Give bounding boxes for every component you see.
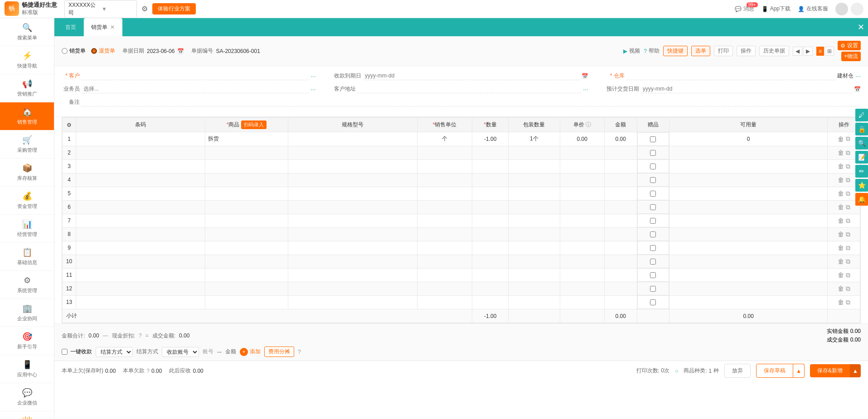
- save-draft-dropdown[interactable]: ▲: [793, 364, 805, 378]
- row-delete-icon[interactable]: 🗑: [838, 231, 844, 238]
- customer-more-icon[interactable]: ···: [310, 72, 316, 80]
- sidebar-item-member[interactable]: 👑 畅会员: [0, 411, 54, 419]
- row-copy-icon[interactable]: ⧉: [846, 217, 850, 225]
- row-gift[interactable]: [637, 159, 669, 173]
- row-gift[interactable]: [637, 282, 669, 295]
- row-copy-icon[interactable]: ⧉: [846, 149, 850, 157]
- row-copy-icon[interactable]: ⧉: [846, 299, 850, 306]
- right-panel-btn-3[interactable]: 🔍: [855, 137, 868, 149]
- video-action[interactable]: ▶ 视频: [623, 47, 640, 55]
- sidebar-item-enterprise[interactable]: 🏢 企业协同: [0, 299, 54, 327]
- due-date-calendar-icon[interactable]: 📅: [582, 73, 588, 79]
- return-order-radio[interactable]: 退货单: [91, 47, 115, 55]
- history-button[interactable]: 历史单据: [759, 46, 789, 56]
- remarks-input[interactable]: [82, 98, 861, 106]
- next-button[interactable]: ▶: [803, 47, 813, 56]
- one-click-pay-checkbox[interactable]: [62, 349, 68, 355]
- row-gift[interactable]: [637, 173, 669, 187]
- delivery-calendar-icon[interactable]: 📅: [854, 86, 861, 92]
- row-gift[interactable]: [637, 187, 669, 200]
- right-panel-btn-7[interactable]: 🔔: [855, 193, 868, 206]
- user-avatar[interactable]: [835, 3, 848, 15]
- sidebar-item-operations[interactable]: 📊 经营管理: [0, 215, 54, 243]
- fee-split-button[interactable]: 费用分摊: [264, 347, 294, 357]
- sidebar-item-appcenter[interactable]: 📱 应用中心: [0, 355, 54, 383]
- sidebar-item-marketing[interactable]: 📢 营销推广: [0, 74, 54, 102]
- th-gear[interactable]: ⚙: [63, 118, 76, 132]
- sidebar-item-guide[interactable]: 🎯 新手引导: [0, 327, 54, 355]
- row-spec[interactable]: [288, 200, 417, 214]
- row-barcode[interactable]: [76, 214, 205, 227]
- row-copy-icon[interactable]: ⧉: [846, 135, 850, 143]
- save-new-dropdown[interactable]: ▲: [850, 364, 861, 377]
- row-spec[interactable]: [288, 187, 417, 200]
- row-gift[interactable]: [637, 200, 669, 214]
- right-panel-btn-4[interactable]: 📝: [855, 151, 868, 164]
- row-barcode[interactable]: [76, 159, 205, 173]
- unit-price-info-icon[interactable]: ⓘ: [586, 121, 591, 128]
- row-barcode[interactable]: [76, 200, 205, 214]
- right-panel-btn-2[interactable]: 🔒: [855, 123, 868, 135]
- settings-side-button[interactable]: ⚙ 设置: [838, 41, 861, 50]
- app-download-action[interactable]: 📱 App下载: [761, 5, 790, 13]
- abandon-button[interactable]: 放弃: [724, 364, 751, 378]
- prev-button[interactable]: ◀: [793, 47, 802, 56]
- top-settings-icon[interactable]: ⚙: [141, 5, 148, 13]
- row-delete-icon[interactable]: 🗑: [838, 163, 844, 170]
- sidebar-item-sales[interactable]: 🏠 销售管理: [0, 102, 54, 130]
- row-delete-icon[interactable]: 🗑: [838, 176, 844, 183]
- doc-due-help-icon[interactable]: ?: [146, 368, 150, 374]
- row-gift[interactable]: [637, 268, 669, 282]
- row-copy-icon[interactable]: ⧉: [846, 258, 850, 265]
- company-select[interactable]: XXXXXX公司 ▼: [64, 0, 137, 18]
- row-spec[interactable]: [288, 227, 417, 241]
- customer-input[interactable]: [82, 72, 309, 80]
- warehouse-input[interactable]: [626, 72, 836, 80]
- row-gift[interactable]: [637, 227, 669, 241]
- sales-order-radio[interactable]: 销货单: [62, 47, 86, 55]
- row-delete-icon[interactable]: 🗑: [838, 203, 844, 211]
- row-spec[interactable]: [288, 295, 417, 309]
- add-amount-button[interactable]: +: [240, 348, 248, 356]
- row-barcode[interactable]: [76, 173, 205, 187]
- row-gift[interactable]: [637, 146, 669, 159]
- right-panel-btn-5[interactable]: ✏: [855, 165, 868, 178]
- row-spec[interactable]: [288, 255, 417, 268]
- shortcut-button[interactable]: 快捷键: [663, 46, 688, 56]
- row-barcode[interactable]: [76, 255, 205, 268]
- operation-button[interactable]: 操作: [737, 46, 756, 56]
- due-date-input[interactable]: [363, 72, 580, 80]
- sidebar-item-quicknav[interactable]: ⚡ 快捷导航: [0, 46, 54, 74]
- row-barcode[interactable]: [76, 241, 205, 255]
- doc-date-calendar-icon[interactable]: 📅: [177, 48, 184, 54]
- row-copy-icon[interactable]: ⧉: [846, 271, 850, 279]
- row-barcode[interactable]: [76, 187, 205, 200]
- row-delete-icon[interactable]: 🗑: [838, 285, 844, 292]
- row-delete-icon[interactable]: 🗑: [838, 190, 844, 197]
- cash-discount-help-icon[interactable]: ?: [139, 332, 142, 339]
- row-delete-icon[interactable]: 🗑: [838, 299, 844, 306]
- row-gift[interactable]: [637, 295, 669, 309]
- settlement-method-select[interactable]: 结算方式: [96, 347, 133, 357]
- message-action[interactable]: 💬 消息 99+: [735, 5, 754, 13]
- row-spec[interactable]: [288, 159, 417, 173]
- row-spec[interactable]: [288, 241, 417, 255]
- row-delete-icon[interactable]: 🗑: [838, 135, 844, 143]
- customer-address-input[interactable]: [358, 85, 581, 93]
- sidebar-item-system[interactable]: ⚙ 系统管理: [0, 271, 54, 299]
- row-copy-icon[interactable]: ⧉: [846, 231, 850, 238]
- row-delete-icon[interactable]: 🗑: [838, 271, 844, 279]
- sidebar-item-finance[interactable]: 💰 资金管理: [0, 187, 54, 215]
- row-copy-icon[interactable]: ⧉: [846, 285, 850, 293]
- salesperson-input[interactable]: [82, 85, 309, 93]
- row-gift[interactable]: [637, 241, 669, 255]
- tab-sales-order[interactable]: 销货单 ✕: [84, 18, 122, 36]
- right-panel-btn-1[interactable]: 🖊: [855, 109, 868, 121]
- row-delete-icon[interactable]: 🗑: [838, 258, 844, 265]
- print-button[interactable]: 打印: [714, 46, 733, 56]
- list-view-button[interactable]: ≡: [816, 47, 824, 56]
- address-more-icon[interactable]: ···: [583, 86, 588, 93]
- row-delete-icon[interactable]: 🗑: [838, 244, 844, 251]
- row-spec[interactable]: [288, 214, 417, 227]
- row-gift[interactable]: [637, 132, 669, 146]
